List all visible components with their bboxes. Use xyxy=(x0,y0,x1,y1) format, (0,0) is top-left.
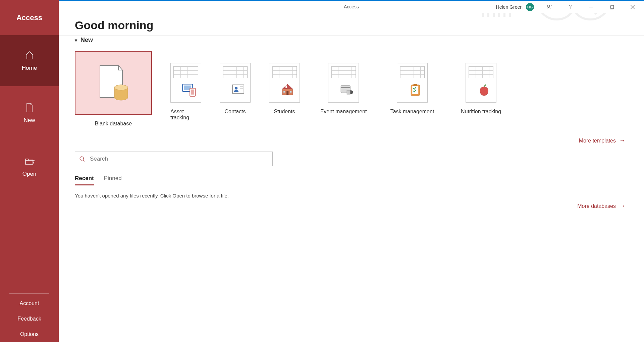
close-button[interactable] xyxy=(623,1,642,13)
app-title: Access xyxy=(344,4,359,9)
svg-rect-41 xyxy=(341,87,350,88)
sidebar-item-options[interactable]: Options xyxy=(0,327,59,342)
search-input[interactable] xyxy=(90,156,268,162)
template-label: Blank database xyxy=(95,121,132,127)
help-button[interactable]: ? xyxy=(561,1,580,13)
svg-rect-36 xyxy=(285,86,287,88)
link-label: More databases xyxy=(577,203,616,209)
template-contacts[interactable]: Contacts xyxy=(220,51,251,127)
svg-rect-43 xyxy=(347,90,350,94)
template-asset-tracking[interactable]: Asset tracking xyxy=(170,51,201,127)
file-tabs: Recent Pinned xyxy=(75,175,625,185)
sidebar-item-open[interactable]: Open xyxy=(0,140,59,193)
template-label: Event management xyxy=(320,109,367,115)
sidebar: Access Home New Open Account Feedback Op… xyxy=(0,0,59,342)
template-thumb xyxy=(466,63,496,103)
template-students[interactable]: Students xyxy=(269,51,300,127)
greeting-heading: Good morning xyxy=(75,19,625,32)
main-content: Good morning ▾ New xyxy=(59,13,644,342)
svg-rect-37 xyxy=(286,91,288,95)
template-thumb xyxy=(220,63,251,103)
arrow-right-icon: → xyxy=(619,137,625,144)
search-icon xyxy=(79,156,85,162)
svg-rect-38 xyxy=(283,91,285,93)
more-databases-link[interactable]: More databases → xyxy=(75,203,625,210)
sidebar-item-new[interactable]: New xyxy=(0,86,59,140)
svg-rect-47 xyxy=(484,85,484,87)
template-thumb xyxy=(170,63,201,103)
template-event-management[interactable]: Event management xyxy=(318,51,369,127)
maximize-button[interactable] xyxy=(602,1,621,13)
svg-rect-46 xyxy=(413,84,417,86)
sidebar-item-feedback[interactable]: Feedback xyxy=(0,311,59,327)
sidebar-item-label: Open xyxy=(22,171,37,177)
template-label: Students xyxy=(274,109,295,115)
svg-point-17 xyxy=(548,5,550,7)
template-thumb xyxy=(397,63,428,103)
template-thumb xyxy=(328,63,359,103)
link-label: More templates xyxy=(579,138,616,144)
template-label: Task management xyxy=(390,109,434,115)
home-icon xyxy=(24,50,35,61)
user-name[interactable]: Helen Green xyxy=(496,4,523,10)
sidebar-item-label: New xyxy=(23,117,35,124)
new-section-toggle[interactable]: ▾ New xyxy=(75,37,625,44)
arrow-right-icon: → xyxy=(619,203,625,210)
title-bar: Access Helen Green HG ? xyxy=(59,0,644,13)
new-file-icon xyxy=(24,102,35,113)
sidebar-item-label: Home xyxy=(22,65,37,71)
svg-point-48 xyxy=(80,157,84,160)
template-blank-database[interactable]: Blank database xyxy=(75,51,152,127)
template-label: Contacts xyxy=(224,109,246,115)
app-brand: Access xyxy=(0,0,59,35)
template-thumb xyxy=(75,51,152,115)
template-nutrition-tracking[interactable]: Nutrition tracking xyxy=(456,51,506,127)
sidebar-divider xyxy=(9,293,49,294)
svg-point-25 xyxy=(114,85,128,90)
svg-rect-39 xyxy=(290,91,291,93)
header-divider xyxy=(59,36,644,36)
coming-soon-icon[interactable] xyxy=(540,1,559,13)
sidebar-item-account[interactable]: Account xyxy=(0,296,59,311)
tab-recent[interactable]: Recent xyxy=(75,175,94,185)
tab-pinned[interactable]: Pinned xyxy=(104,175,122,185)
chevron-down-icon: ▾ xyxy=(75,38,77,43)
template-thumb xyxy=(269,63,300,103)
search-box[interactable] xyxy=(75,152,273,166)
svg-rect-29 xyxy=(191,90,194,95)
svg-line-49 xyxy=(83,160,85,162)
section-label: New xyxy=(80,37,93,44)
template-label: Asset tracking xyxy=(170,109,201,121)
open-folder-icon xyxy=(24,156,35,167)
empty-recent-message: You haven't opened any files recently. C… xyxy=(75,193,625,198)
svg-point-31 xyxy=(235,87,237,90)
templates-row: Blank database Asset tracking xyxy=(75,51,625,133)
minimize-button[interactable] xyxy=(582,1,600,13)
more-templates-link[interactable]: More templates → xyxy=(75,137,625,144)
avatar[interactable]: HG xyxy=(526,3,534,11)
svg-marker-35 xyxy=(282,84,292,89)
template-label: Nutrition tracking xyxy=(461,109,501,115)
sidebar-item-home[interactable]: Home xyxy=(0,35,59,86)
template-task-management[interactable]: Task management xyxy=(387,51,437,127)
